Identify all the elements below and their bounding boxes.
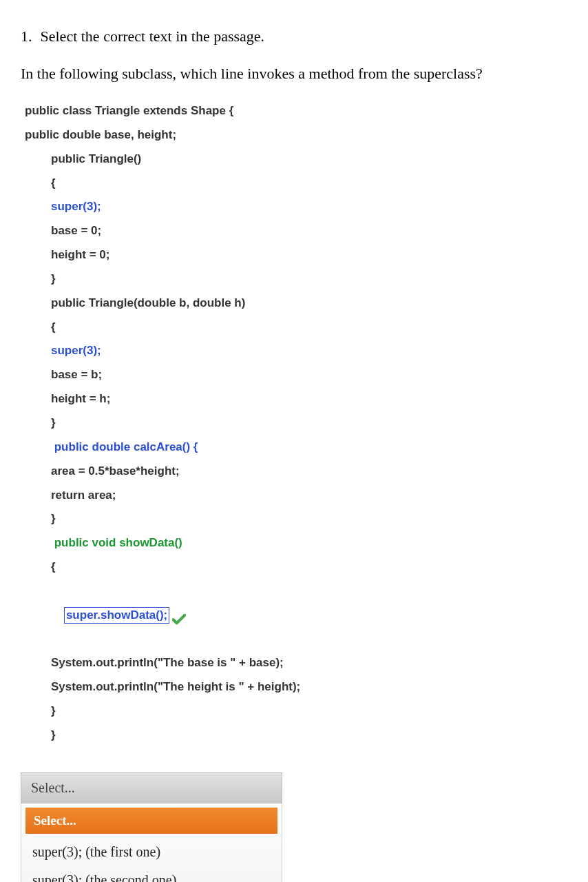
code-line: return area; [25,484,567,508]
code-line: } [25,724,567,748]
check-icon [172,610,186,621]
code-line: } [25,267,567,291]
dropdown-header[interactable]: Select... [21,772,282,803]
code-line: } [25,699,567,724]
code-line: area = 0.5*base*height; [25,460,567,484]
code-line-selectable[interactable]: public double calcArea() { [25,435,567,460]
selected-answer: super.showData(); [64,607,169,624]
code-line: height = h; [25,387,567,411]
code-line: public class Triangle extends Shape { [25,99,567,123]
code-block: public class Triangle extends Shape { pu… [21,99,567,748]
code-line: { [25,555,567,580]
code-line: System.out.println("The height is " + he… [25,675,567,699]
code-line-selected[interactable]: super.showData(); [25,580,567,652]
code-line: public Triangle() [25,147,567,172]
code-line-selectable[interactable]: public void showData() [25,531,567,555]
question-header: 1. Select the correct text in the passag… [21,28,567,45]
code-line-selectable[interactable]: super(3); [25,339,567,363]
dropdown-selected-option[interactable]: Select... [25,808,277,834]
dropdown-option[interactable]: super(3); (the second one) [25,866,277,882]
code-line: } [25,411,567,435]
question-prompt: In the following subclass, which line in… [21,65,567,83]
dropdown-list: Select... super(3); (the first one) supe… [21,803,282,882]
code-line: public double base, height; [25,123,567,147]
code-line: System.out.println("The base is " + base… [25,651,567,675]
question-number: 1. [21,28,32,45]
dropdown[interactable]: Select... Select... super(3); (the first… [21,772,282,882]
code-line: base = 0; [25,219,567,243]
code-line: } [25,507,567,531]
code-line: public Triangle(double b, double h) [25,291,567,316]
code-line: base = b; [25,363,567,387]
code-line: { [25,316,567,340]
question-title: Select the correct text in the passage. [41,28,265,45]
code-line: height = 0; [25,243,567,267]
code-line-selectable[interactable]: super(3); [25,195,567,219]
dropdown-option[interactable]: super(3); (the first one) [25,838,277,866]
code-line: { [25,172,567,196]
